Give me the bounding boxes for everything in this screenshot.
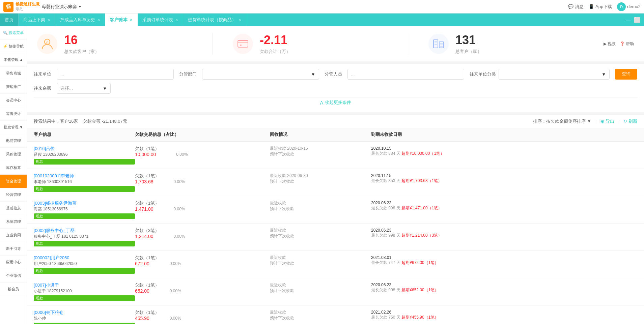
sort-label: 排序：按欠款金额倒序排序 ▼ bbox=[533, 118, 591, 124]
sidebar-item-quick-nav[interactable]: ⚡ 快捷导航 bbox=[0, 40, 27, 53]
tab-close-icon[interactable]: ✕ bbox=[47, 18, 50, 22]
collapse-button[interactable]: ⋀ 收起更多条件 bbox=[34, 97, 637, 108]
customer-name-link[interactable]: 吕俊 bbox=[46, 146, 55, 151]
sidebar-item-inventory[interactable]: 库存核算 bbox=[0, 161, 27, 175]
filter-unit-category: 往来单位分类 ▼ bbox=[470, 69, 610, 80]
cell-overdue-6: 2021.02.26 最长欠款 750 天 超期¥455.90（1笔） bbox=[371, 310, 637, 324]
customer-name-link[interactable]: 畅捷服务尹海蒸 bbox=[46, 201, 77, 206]
sidebar-item-marketing[interactable]: 营销推广 bbox=[0, 80, 27, 94]
cell-recovery-4: 最近收款 预计下次收款 bbox=[270, 255, 371, 274]
overdue-amount-link[interactable]: 超期¥455.90（1笔） bbox=[401, 315, 439, 320]
refresh-btn[interactable]: ↻ 刷新 bbox=[623, 118, 637, 124]
chevron-up-icon: ⋀ bbox=[320, 100, 324, 105]
cell-recovery-3: 最近收款 预计下次收款 bbox=[270, 228, 371, 246]
message-btn[interactable]: 💬 消息 bbox=[568, 4, 584, 10]
tab-products-inbound[interactable]: 产成品入库单历史 ✕ bbox=[55, 13, 105, 26]
logo-icon: 畅 bbox=[3, 2, 13, 12]
chevron-down-icon: ▼ bbox=[78, 5, 82, 8]
cell-recovery-2: 最近收款 预计下次收款 bbox=[270, 200, 371, 219]
sidebar-item-search[interactable]: 🔍 搜索菜单 bbox=[0, 26, 27, 40]
video-btn[interactable]: ▶ 视频 bbox=[604, 41, 616, 47]
overdue-amount-link[interactable]: 超期¥1,703.68（1笔） bbox=[401, 178, 442, 183]
results-bar: 搜索结果中，客户16家 欠款金额 -21,148.07元 排序：按欠款金额倒序排… bbox=[27, 115, 644, 128]
cell-debt-5: 欠款（1笔） 652.000.00% bbox=[135, 282, 270, 301]
stat-card-debt-amount: -2.11 欠款合计（万） bbox=[213, 33, 408, 55]
stat-card-total-customers: 131 总客户（家） bbox=[408, 33, 604, 55]
sidebar-item-retail-store[interactable]: 零售商城 bbox=[0, 67, 27, 80]
sidebar-item-guide[interactable]: 新手引导 bbox=[0, 242, 27, 256]
svg-rect-6 bbox=[435, 41, 437, 42]
video-icon: ▶ bbox=[604, 41, 607, 46]
source-unit-input[interactable]: ... bbox=[57, 69, 174, 80]
sidebar-item-purchase-mgmt[interactable]: 采购管理 bbox=[0, 148, 27, 161]
sidebar-item-retail-stats[interactable]: 零售统计 bbox=[0, 107, 27, 121]
table-row: [0007]小进干 小进干 18279152100 现款 欠款（1笔） 652.… bbox=[27, 278, 644, 305]
cell-recovery-0: 最近收款 2020-10-15 预计下次收款 bbox=[270, 146, 371, 165]
store-selector[interactable]: 母婴行业演示账套 ▼ bbox=[42, 4, 82, 10]
user-avatar[interactable]: D demo2 bbox=[617, 2, 641, 11]
balance-select[interactable]: 选择... ▼ bbox=[57, 83, 111, 94]
customer-name-link[interactable]: 去下粮仓 bbox=[46, 310, 63, 315]
app-download-btn[interactable]: 📱 App下载 bbox=[589, 4, 612, 10]
customer-name-link[interactable]: 服务中心_丁磊 bbox=[46, 228, 75, 233]
tab-inventory-stats[interactable]: 进货单统计表（按商品） ✕ bbox=[183, 13, 246, 26]
sidebar-item-retail-mgmt[interactable]: 零售管理 ▲ bbox=[0, 53, 27, 67]
filter-person: 分管人员 ... bbox=[325, 69, 465, 80]
tab-home[interactable]: 首页 bbox=[0, 13, 19, 26]
customer-name-link[interactable]: 用户2050 bbox=[51, 255, 69, 260]
customer-name-link[interactable]: 小进干 bbox=[46, 283, 59, 288]
stats-actions: ▶ 视频 ❓ 帮助 bbox=[604, 41, 634, 47]
unit-category-select[interactable]: ▼ bbox=[499, 69, 610, 80]
overdue-amount-link[interactable]: 超期¥652.00（1笔） bbox=[401, 288, 439, 292]
cell-customer-5: [0007]小进干 小进干 18279152100 现款 bbox=[34, 282, 135, 301]
sidebar-item-system[interactable]: 系统管理 bbox=[0, 215, 27, 229]
header-due-date: 到期未收款日期 bbox=[371, 131, 637, 138]
cell-debt-3: 欠款（3笔） 1,214.000.00% bbox=[135, 228, 270, 246]
person-input[interactable]: ... bbox=[347, 69, 465, 80]
tab-close-icon[interactable]: ✕ bbox=[130, 18, 133, 22]
sidebar-item-capital[interactable]: 资金管理 bbox=[0, 175, 27, 188]
overdue-amount-link[interactable]: 超期¥1,471.00（1笔） bbox=[401, 206, 442, 210]
overdue-amount-link[interactable]: 超期¥10,000.00（1笔） bbox=[401, 151, 444, 156]
cell-overdue-1: 2020.11.15 最长欠款 853 天 超期¥1,703.68（1笔） bbox=[371, 173, 637, 192]
table-row: [0003]畅捷服务尹海蒸 海蒸 18513066976 现款 欠款（1笔） 1… bbox=[27, 196, 644, 224]
sidebar-item-ecommerce[interactable]: 电商管理 bbox=[0, 134, 27, 148]
sidebar-item-basic-info[interactable]: 基础信息 bbox=[0, 202, 27, 215]
minimize-icon[interactable]: — bbox=[626, 17, 631, 23]
export-icon: ◉ bbox=[600, 119, 604, 124]
sidebar-item-operation[interactable]: 经营管理 bbox=[0, 188, 27, 202]
tab-purchase-stats[interactable]: 采购订单统计表 ✕ bbox=[138, 13, 183, 26]
cell-customer-2: [0003]畅捷服务尹海蒸 海蒸 18513066976 现款 bbox=[34, 200, 135, 219]
department-label: 分管部门 bbox=[179, 71, 199, 77]
search-button[interactable]: 查询 bbox=[615, 69, 637, 80]
sidebar-item-member-vip[interactable]: 畅会员 bbox=[0, 283, 27, 296]
customer-name-link[interactable]: 李老师 bbox=[61, 173, 74, 178]
cell-recovery-6: 最近收款 预计下次收款 bbox=[270, 310, 371, 324]
department-select[interactable]: ▼ bbox=[202, 69, 319, 80]
sidebar-item-member[interactable]: 会员中心 bbox=[0, 94, 27, 107]
sidebar-item-enterprise-wechat[interactable]: 企业微信 bbox=[0, 269, 27, 283]
table-row: [0001020001]李老师 李老师 18600391516 现款 欠款（1笔… bbox=[27, 169, 644, 196]
cell-debt-0: 欠款（1笔） 10,000.00 0.00% bbox=[135, 146, 270, 165]
sidebar-item-enterprise[interactable]: 企业协同 bbox=[0, 229, 27, 242]
overdue-amount-link[interactable]: 超期¥672.00（1笔） bbox=[401, 260, 439, 265]
stats-row: ¥ 16 总欠款客户（家） -2.11 欠款合计（万） bbox=[27, 26, 644, 61]
export-btn[interactable]: ◉ 导出 bbox=[600, 118, 614, 124]
tab-close-icon[interactable]: ✕ bbox=[238, 18, 241, 22]
svg-rect-9 bbox=[440, 46, 443, 47]
help-btn[interactable]: ❓ 帮助 bbox=[620, 41, 634, 47]
tab-customer-account[interactable]: 客户账本 ✕ bbox=[105, 13, 138, 26]
maximize-icon[interactable]: ⬜ bbox=[634, 17, 641, 23]
cell-customer-0: [0016]吕俊 吕俊 13026203696 现款 bbox=[34, 146, 135, 165]
chevron-down-icon: ▼ bbox=[311, 72, 315, 77]
chevron-down-icon[interactable]: ▼ bbox=[587, 119, 591, 124]
tab-close-icon[interactable]: ✕ bbox=[175, 18, 178, 22]
overdue-amount-link[interactable]: 超期¥1,214.00（3笔） bbox=[401, 233, 442, 238]
tab-products-offline[interactable]: 商品上下架 ✕ bbox=[19, 13, 55, 26]
sidebar-item-app-center[interactable]: 应用中心 bbox=[0, 256, 27, 269]
message-icon: 💬 bbox=[568, 4, 573, 9]
sidebar-item-batch-mgmt[interactable]: 批发管理 ▼ bbox=[0, 121, 27, 134]
cell-overdue-4: 2021.03.01 最长欠款 747 天 超期¥672.00（1笔） bbox=[371, 255, 637, 274]
tab-close-icon[interactable]: ✕ bbox=[97, 18, 100, 22]
tag-xianjin: 现款 bbox=[34, 159, 135, 165]
